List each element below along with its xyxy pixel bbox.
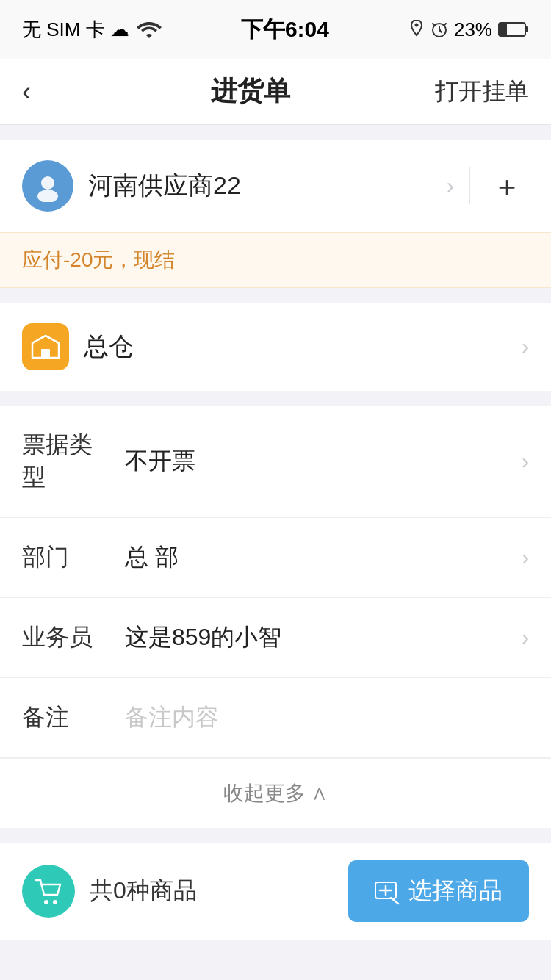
salesperson-row[interactable]: 业务员 这是859的小智 ›	[0, 598, 551, 678]
nav-bar: ‹ 进货单 打开挂单	[0, 59, 551, 125]
alarm-icon	[431, 20, 448, 39]
gray-background	[0, 940, 551, 980]
section-gap-2	[0, 288, 551, 303]
salesperson-label: 业务员	[22, 621, 110, 654]
invoice-type-value: 不开票	[110, 445, 522, 478]
invoice-type-label: 票据类型	[22, 429, 110, 494]
salesperson-value: 这是859的小智	[110, 621, 522, 654]
add-supplier-button[interactable]: ＋	[485, 166, 529, 206]
department-value: 总 部	[110, 541, 522, 574]
department-row[interactable]: 部门 总 部 ›	[0, 518, 551, 598]
form-section: 票据类型 不开票 › 部门 总 部 › 业务员 这是859的小智 › 备注 备注…	[0, 406, 551, 828]
svg-rect-7	[41, 349, 50, 358]
remark-row[interactable]: 备注 备注内容	[0, 678, 551, 758]
warehouse-name: 总仓	[84, 330, 522, 364]
svg-rect-4	[525, 26, 528, 32]
status-left: 无 SIM 卡 ☁	[22, 17, 162, 43]
svg-point-5	[41, 176, 54, 190]
remark-placeholder[interactable]: 备注内容	[110, 702, 529, 734]
notice-bar: 应付-20元，现结	[0, 232, 551, 288]
battery-icon	[498, 21, 529, 37]
warehouse-row[interactable]: 总仓 ›	[0, 303, 551, 391]
svg-rect-3	[500, 24, 507, 35]
warehouse-chevron-icon: ›	[522, 334, 529, 359]
supplier-row[interactable]: 河南供应商22 › ＋	[0, 140, 551, 232]
section-gap-3	[0, 391, 551, 406]
invoice-type-row[interactable]: 票据类型 不开票 ›	[0, 406, 551, 518]
supplier-avatar	[22, 160, 73, 212]
warehouse-icon	[22, 323, 69, 370]
select-product-button[interactable]: 选择商品	[348, 860, 529, 922]
location-icon	[408, 20, 425, 39]
remark-label: 备注	[22, 702, 110, 734]
svg-point-6	[37, 190, 58, 202]
department-chevron-icon: ›	[522, 545, 529, 570]
page-title: 进货单	[211, 73, 290, 109]
product-count: 共0种商品	[90, 875, 348, 907]
department-label: 部门	[22, 541, 110, 574]
supplier-name: 河南供应商22	[88, 169, 447, 203]
collapse-label: 收起更多 ∧	[223, 779, 328, 807]
svg-point-0	[414, 24, 418, 27]
back-button[interactable]: ‹	[22, 76, 66, 107]
select-product-icon	[375, 877, 401, 906]
product-icon-wrap	[22, 865, 75, 918]
select-product-label: 选择商品	[408, 875, 503, 907]
no-sim-label: 无 SIM 卡 ☁	[22, 17, 129, 43]
bottom-bar: 共0种商品 选择商品	[0, 843, 551, 940]
status-right: 23%	[408, 18, 529, 41]
battery-label: 23%	[454, 18, 492, 41]
section-gap-4	[0, 828, 551, 843]
salesperson-chevron-icon: ›	[522, 625, 529, 650]
wifi-icon	[137, 21, 162, 38]
status-bar: 无 SIM 卡 ☁ 下午6:04 23%	[0, 0, 551, 59]
section-gap-1	[0, 125, 551, 140]
invoice-chevron-icon: ›	[522, 449, 529, 474]
vertical-divider	[469, 167, 470, 204]
supplier-section: 河南供应商22 › ＋ 应付-20元，现结	[0, 140, 551, 288]
open-pending-button[interactable]: 打开挂单	[435, 76, 529, 108]
supplier-chevron-icon: ›	[447, 173, 454, 198]
status-time: 下午6:04	[241, 15, 329, 45]
svg-point-8	[44, 900, 48, 904]
cart-icon	[33, 877, 64, 905]
collapse-button[interactable]: 收起更多 ∧	[0, 758, 551, 828]
warehouse-section[interactable]: 总仓 ›	[0, 303, 551, 391]
svg-point-9	[53, 900, 57, 904]
